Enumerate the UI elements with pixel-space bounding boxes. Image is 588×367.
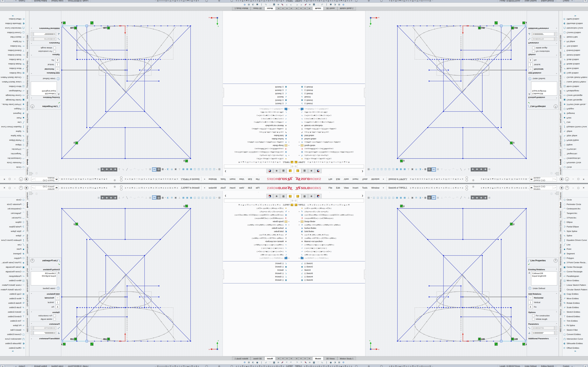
add-relation-row[interactable]: ⚓ Fix xyxy=(527,58,559,62)
markup-toolbar-icon[interactable]: ⊞ xyxy=(247,361,251,364)
relation-button-icon[interactable]: — xyxy=(528,296,533,300)
sketch-tool-button[interactable]: Ɔ Partial Ellipse xyxy=(0,224,26,229)
sketch-tool-button[interactable]: ▭ Corner Rectangle xyxy=(0,269,26,274)
pane-splitter-handle[interactable]: ◦ xyxy=(223,174,294,176)
add-relation-row[interactable]: ⚓ Fix xyxy=(527,305,559,309)
close-button[interactable]: ✕ xyxy=(2,178,7,181)
commandmanager-tab[interactable]: Mold Tools xyxy=(559,89,562,100)
sketch-tool-button[interactable]: ƒ Equation Driven Curve xyxy=(562,125,588,129)
tree-row[interactable]: ✎ ○ƨƨ·Π Ж ᴉΑΜ○∘○ΜΑᴉ Ж Π·ƨƨ○ xyxy=(294,233,365,236)
parameter-input[interactable]: 0.00000000° xyxy=(532,32,554,36)
relation-button-icon[interactable]: — xyxy=(55,296,60,300)
relation-badge-collinear-bottom[interactable] xyxy=(90,22,93,24)
sketch-tool-button[interactable]: ↗ Move Entities xyxy=(562,66,588,71)
tab-dimxpertmanager[interactable] xyxy=(315,169,322,173)
tree-row[interactable]: ▸ Design Binder xyxy=(223,144,294,147)
tree-row[interactable] xyxy=(294,282,365,284)
commandmanager-tab[interactable]: Sheet Metal xyxy=(26,243,29,255)
relation-button-icon[interactable]: ❘ xyxy=(528,63,533,67)
sketch-tool-button[interactable]: ⊞ Copy Entities xyxy=(562,292,588,296)
sketch-tool-button[interactable]: ⊞ Copy Entities xyxy=(0,71,26,75)
pin-icon[interactable]: ✦ xyxy=(203,186,206,190)
sketch-tool-button[interactable]: ◌ Perimeter Circle xyxy=(562,161,588,165)
sketch-tool-button[interactable]: ⬡ Polygon xyxy=(562,256,588,260)
parameter-input[interactable]: 10.88152731 xyxy=(532,37,554,41)
menu-item[interactable]: Tools xyxy=(219,177,228,181)
checkbox[interactable] xyxy=(53,314,56,317)
sketch-tool-button[interactable]: ▢ Convert Entities xyxy=(0,332,26,337)
sketch-tool-button[interactable]: ◫ Mirror Entities xyxy=(0,84,26,89)
menu-item[interactable]: Edit xyxy=(334,186,342,190)
markup-toolbar-icon[interactable]: ≡ xyxy=(276,361,280,364)
commandmanager-tab[interactable]: Evaluate xyxy=(559,124,562,134)
commandmanager-tab[interactable]: Sheet Metal xyxy=(26,112,29,124)
tree-row[interactable]: ◔ ○ƨƨᴉ◎ƨƨИΝƷƸƨƨ○∘○ƨƨƸƷΝИƨƨ◎ᴉƨƨ○ xyxy=(223,217,294,220)
tree-row[interactable]: ▸ ↻ ○Λᴉ◎✦ƨƨ∘ɛƧ○∘○Ƨɛ∘ƨƨ✦◎ᴉΛ○ xyxy=(294,210,365,213)
tree-row[interactable]: ≡ Material <not specified> xyxy=(223,240,294,243)
toolbar-overflow-button[interactable]: ≫ xyxy=(0,13,26,17)
sketch-tool-button[interactable]: ⋂ Intersection Curve xyxy=(0,26,26,30)
tabs-overflow-button[interactable]: ❯ xyxy=(361,169,364,173)
filter-input[interactable] xyxy=(224,199,291,202)
menu-item[interactable]: Edit xyxy=(246,186,254,190)
sketch-tool-button[interactable]: ▪ Point xyxy=(0,116,26,120)
markup-toolbar-icon[interactable]: ⚑ xyxy=(295,361,299,364)
endpoint-handle[interactable] xyxy=(500,25,502,27)
sketch-tool-button[interactable]: ▱ Parallelogram xyxy=(0,274,26,278)
ok-button[interactable]: ✔ xyxy=(29,263,61,266)
relation-button-icon[interactable]: ⚓ xyxy=(528,58,533,62)
account-button[interactable]: ◉ xyxy=(560,186,563,190)
relation-badge-collinear-top[interactable]: 3 xyxy=(400,159,404,162)
sketch-tool-button[interactable]: ∴ Circular Sketch Pattern xyxy=(562,287,588,292)
tree-row[interactable]: ▱ ○✦Ɛƨɔ∘ᴉ○✳◉∣○∘○∣◉✳○ᴉ∘ɔƨƐ✦○ xyxy=(223,250,294,253)
menu-item[interactable]: View xyxy=(342,177,351,181)
tree-row[interactable]: ▱ ○✦Ɛƨɔ∘ᴉ○✳◉∣○∘○∣◉✳○ᴉ∘ɔƨƐ✦○ xyxy=(294,114,365,117)
sketch-tool-button[interactable]: ↻ Rotate Entities xyxy=(0,301,26,305)
menu-item[interactable]: File xyxy=(327,177,334,181)
sketch-tool-button[interactable]: ⌐ Sketch Fillet xyxy=(0,328,26,332)
sketch-tool-button[interactable]: ↗ Move Entities xyxy=(562,296,588,301)
add-relation-row[interactable]: — Horizontal xyxy=(29,296,61,300)
relation-badge-collinear-right[interactable]: 3 xyxy=(510,141,514,144)
tree-row[interactable]: ▸ ↻ ○Λᴉ◎✦ƨƨ∘ɛƧ○∘○Ƨɛ∘ƨƨ✦◎ᴉΛ○ xyxy=(223,210,294,213)
search-icon[interactable]: ⌕ xyxy=(33,178,35,181)
markup-toolbar-icon[interactable]: ▦ xyxy=(312,3,316,6)
sketch-tool-button[interactable]: ◫ Mirror Entities xyxy=(562,84,588,89)
spinner[interactable]: ▲▼ xyxy=(554,326,557,330)
relation-badge-collinear-corner[interactable]: 3 xyxy=(61,21,65,24)
sketch-tool-button[interactable]: ◡ 3 Point Arc xyxy=(0,147,26,152)
endpoint-handle[interactable] xyxy=(86,340,88,342)
markup-toolbar-icon[interactable]: ⚑ xyxy=(289,3,293,6)
tree-row[interactable]: ▱ ○·◎✦○✳◉∣○∘○∣◉✳○✦◎·○ xyxy=(223,246,294,250)
sketch-tool-button[interactable]: ∷ Linear Sketch Pattern xyxy=(0,283,26,287)
parameter-input[interactable]: 10.88152731 xyxy=(34,37,56,41)
option-row[interactable]: Infinite length xyxy=(527,317,559,321)
sketch-tool-button[interactable]: ⊢ Stretch Entities xyxy=(562,53,588,57)
document-tab[interactable]: Model xyxy=(312,7,324,10)
menu-item[interactable]: Insert xyxy=(351,186,360,190)
ok-button[interactable]: ✔ xyxy=(29,101,61,104)
expand-arrow-icon[interactable]: ▸ xyxy=(299,257,301,259)
endpoint-handle[interactable] xyxy=(86,25,88,27)
spinner[interactable]: ▲▼ xyxy=(31,326,34,330)
sketch-tool-button[interactable]: ∿ Style Spline xyxy=(0,229,26,234)
restore-button[interactable]: ▢ xyxy=(7,186,12,189)
tree-row[interactable]: ∠ (-) Sketch4 xyxy=(294,275,365,278)
sketch-tool-button[interactable]: ▱ Parallelogram xyxy=(562,274,588,278)
tree-row[interactable]: ✎ ○ƨƨ·Π Ж ᴉΑΜ○∘○ΜΑᴉ Ж Π·ƨƨ○ xyxy=(223,233,294,236)
account-button[interactable]: ◉ xyxy=(560,177,563,181)
tree-row[interactable]: ◔ ○ƨƨᴉ◎ƨƨИΝƷƸƨƨ○∘○ƨƨƸƷΝИƨƨ◎ᴉƨƨ○ xyxy=(223,147,294,150)
relation-button-icon[interactable]: ❘ xyxy=(55,300,60,304)
sketch-tool-button[interactable]: ⬯ Ellipse xyxy=(0,143,26,147)
sketch-tool-button[interactable]: ◠ Centerpoint Arc xyxy=(562,156,588,161)
relations-list[interactable]: Collinear108Equal length109 xyxy=(31,271,57,285)
pin-icon[interactable]: ✦ xyxy=(382,178,385,181)
panel-help-button[interactable]: ? xyxy=(554,105,558,108)
sketch-tool-button[interactable]: Ɔ Partial Ellipse xyxy=(562,224,588,229)
tab-nav-button[interactable]: ▶ xyxy=(281,7,285,10)
tree-row[interactable]: ✎ ○ƨƨ·Π Ж ᴉΑΜ○∘○ΜΑᴉ Ж Π·ƨƨ○ xyxy=(223,131,294,134)
tab-configurationmanager[interactable]: ⊕ xyxy=(273,169,280,173)
commandmanager-tab[interactable]: Markup xyxy=(26,308,29,317)
sketch-tool-button[interactable]: ∷ Linear Sketch Pattern xyxy=(0,80,26,84)
sketch-tool-button[interactable]: ▪ Point xyxy=(562,247,588,251)
